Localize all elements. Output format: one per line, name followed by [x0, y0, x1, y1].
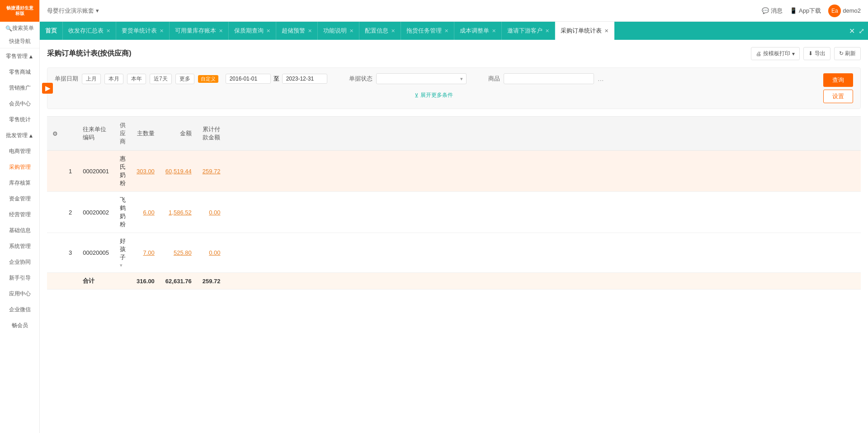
sidebar-item-retail-stats[interactable]: 零售统计 [0, 112, 39, 128]
tab-keyongliangkuct[interactable]: 可用量库存账本 ✕ [170, 22, 229, 40]
close-icon[interactable]: ✕ [266, 28, 270, 34]
query-actions: 查询 设置 [823, 73, 853, 103]
tab-chengbentiaoz[interactable]: 成本调整单 ✕ [454, 22, 502, 40]
close-icon[interactable]: ✕ [160, 28, 164, 34]
cell-settings [47, 233, 63, 273]
tab-yaoqingxiayou[interactable]: 邀请下游客户 ✕ [502, 22, 555, 40]
date-btn-last-month[interactable]: 上月 [82, 74, 101, 84]
close-icon[interactable]: ✕ [391, 28, 395, 34]
sidebar-item-enterprise[interactable]: 企业协同 [0, 254, 39, 270]
sidebar-item-inventory[interactable]: 库存核算 [0, 175, 39, 191]
footer-supplier-empty [114, 273, 131, 290]
goods-more-icon[interactable]: … [598, 75, 604, 82]
cell-amount[interactable]: 60,519.44 [160, 151, 197, 192]
tab-yaohuodantongt[interactable]: 要货单统计表 ✕ [116, 22, 170, 40]
cell-paid[interactable]: 0.00 [197, 192, 226, 233]
export-button[interactable]: ⬇ 导出 [803, 47, 830, 60]
close-icon[interactable]: ✕ [349, 28, 354, 34]
custom-date-tag: 自定义 [198, 75, 218, 83]
goods-input[interactable] [504, 73, 594, 84]
close-icon-active[interactable]: ✕ [604, 28, 609, 34]
cell-extra [226, 192, 861, 233]
tab-chaochuyujing[interactable]: 超储预警 ✕ [276, 22, 318, 40]
tab-home[interactable]: 首页 [40, 22, 63, 40]
filter-area: ▶ 单据日期 上月 本月 本年 近7天 更多 自定义 [47, 67, 861, 109]
table-header-row: ⚙ 往来单位编码 供应商 主数量 金额 累计付款金额 [47, 117, 861, 151]
data-table: ⚙ 往来单位编码 供应商 主数量 金额 累计付款金额 1 00020001 [47, 116, 861, 290]
th-index [63, 117, 77, 151]
expand-more-button[interactable]: ⊻ 展开更多条件 [415, 91, 453, 99]
date-btn-7days[interactable]: 近7天 [150, 74, 172, 84]
tab-gongnengshuo[interactable]: 功能说明 ✕ [318, 22, 359, 40]
tab-tuohuorenwu[interactable]: 拖货任务管理 ✕ [401, 22, 454, 40]
cell-amount[interactable]: 1,586.52 [160, 192, 197, 233]
user-profile[interactable]: Ea demo2 [828, 5, 861, 17]
sidebar-logo: 畅捷通好生意 标版 [0, 0, 39, 22]
status-select[interactable] [376, 73, 467, 84]
tab-baoyuqichaxun[interactable]: 保质期查询 ✕ [229, 22, 276, 40]
date-to-input[interactable] [282, 74, 327, 84]
cell-quantity[interactable]: 6.00 [131, 192, 160, 233]
template-print-button[interactable]: 🖨 按模板打印 ▾ [751, 47, 800, 60]
tab-caigoudingt[interactable]: 采购订单统计表 ✕ [555, 22, 614, 40]
collapse-filter-button[interactable]: ▶ [42, 83, 53, 94]
cell-quantity[interactable]: 303.00 [131, 151, 160, 192]
sidebar-item-ecommerce[interactable]: 电商管理 [0, 143, 39, 159]
topbar: 母婴行业演示账套 ▾ 💬 消息 📱 App下载 Ea demo2 [40, 0, 868, 22]
sidebar-item-appcenter[interactable]: 应用中心 [0, 286, 39, 302]
sidebar-item-system[interactable]: 系统管理 [0, 238, 39, 254]
th-quantity: 主数量 [131, 117, 160, 151]
column-settings-icon[interactable]: ⚙ [52, 130, 58, 137]
date-from-input[interactable] [226, 74, 271, 84]
cell-unit-code: 00020005 [77, 233, 114, 273]
sidebar-item-retail-shop[interactable]: 零售商城 [0, 64, 39, 80]
table-row: 3 00020005 好孩子 ▾ 7.00 525.80 0.00 [47, 233, 861, 273]
sidebar-item-purchase[interactable]: 采购管理 [0, 159, 39, 175]
close-icon[interactable]: ✕ [545, 28, 549, 34]
expand-icon[interactable]: ⤢ [859, 27, 864, 35]
close-icon[interactable]: ✕ [106, 28, 110, 34]
breadcrumb: 母婴行业演示账套 ▾ [47, 7, 755, 15]
cell-settings [47, 151, 63, 192]
th-settings[interactable]: ⚙ [47, 117, 63, 151]
tab-shoufahuizongt[interactable]: 收发存汇总表 ✕ [63, 22, 116, 40]
sidebar-quick-nav[interactable]: 快捷导航 [0, 35, 39, 48]
cell-amount[interactable]: 525.80 [160, 233, 197, 273]
title-actions: 🖨 按模板打印 ▾ ⬇ 导出 ↻ 刷新 [751, 47, 861, 60]
tab-peizhi[interactable]: 配置信息 ✕ [359, 22, 401, 40]
nav-tabs: 首页 收发存汇总表 ✕ 要货单统计表 ✕ 可用量库存账本 ✕ 保质期查询 ✕ 超… [40, 22, 868, 40]
settings-button[interactable]: 设置 [823, 90, 853, 103]
message-button[interactable]: 💬 消息 [762, 7, 783, 15]
date-btn-this-month[interactable]: 本月 [104, 74, 123, 84]
query-button[interactable]: 查询 [823, 73, 853, 87]
date-btn-this-year[interactable]: 本年 [127, 74, 146, 84]
app-download-button[interactable]: 📱 App下载 [790, 7, 821, 15]
sidebar-item-marketing[interactable]: 营销推广 [0, 80, 39, 96]
filter-expand-row: ⊻ 展开更多条件 [55, 91, 812, 99]
cell-unit-code: 00020001 [77, 151, 114, 192]
cell-paid[interactable]: 259.72 [197, 151, 226, 192]
search-label: 搜索英单 [12, 24, 34, 32]
close-icon[interactable]: ✕ [492, 28, 496, 34]
refresh-button[interactable]: ↻ 刷新 [834, 47, 861, 60]
sidebar-item-basic[interactable]: 基础信息 [0, 223, 39, 238]
cell-quantity[interactable]: 7.00 [131, 233, 160, 273]
sidebar-item-finance[interactable]: 资金管理 [0, 191, 39, 207]
cell-paid[interactable]: 0.00 [197, 233, 226, 273]
close-icon[interactable]: ✕ [219, 28, 223, 34]
sidebar-item-vip[interactable]: 畅会员 [0, 318, 39, 333]
sidebar-item-operations[interactable]: 经营管理 [0, 207, 39, 223]
sidebar-search[interactable]: 🔍 搜索英单 [0, 22, 39, 35]
close-icon[interactable]: ✕ [444, 28, 448, 34]
sidebar-item-newguide[interactable]: 新手引导 [0, 270, 39, 286]
close-icon[interactable]: ✕ [308, 28, 312, 34]
nav-tabs-end: ✕ ⤢ [845, 27, 868, 35]
breadcrumb-arrow-icon[interactable]: ▾ [96, 7, 99, 14]
content-area: 采购订单统计表(按供应商) 🖨 按模板打印 ▾ ⬇ 导出 ↻ 刷新 ▶ [40, 40, 868, 433]
sidebar-item-members[interactable]: 会员中心 [0, 96, 39, 112]
sidebar-item-wechat[interactable]: 企业微信 [0, 302, 39, 318]
sidebar-item-wholesale[interactable]: 批发管理 ▲ [0, 128, 39, 143]
date-btn-more[interactable]: 更多 [175, 74, 194, 84]
close-all-icon[interactable]: ✕ [849, 27, 855, 35]
sidebar-item-retail[interactable]: 零售管理 ▲ [0, 48, 39, 64]
